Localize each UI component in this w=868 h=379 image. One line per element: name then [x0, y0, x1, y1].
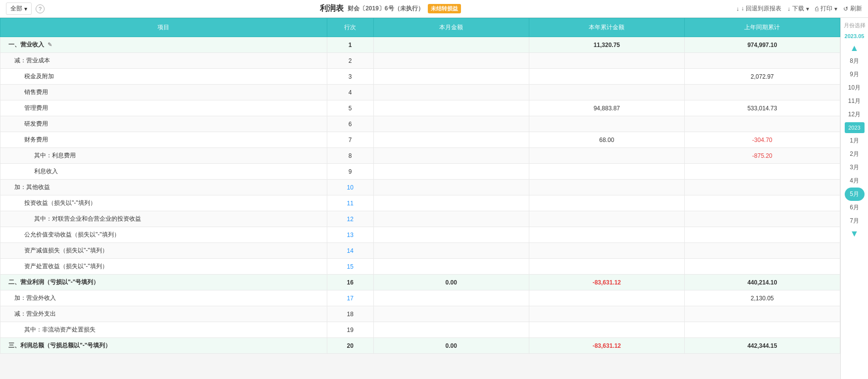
table-row: 公允价值变动收益（损失以"-"填列）13 — [0, 227, 840, 243]
row-number: 7 — [327, 132, 373, 148]
row-number: 8 — [327, 148, 373, 164]
row-number: 13 — [327, 227, 373, 243]
month-item[interactable]: 10月 — [845, 81, 865, 95]
row-label: 二、营业利润（亏损以"-"号填列） — [0, 275, 327, 290]
row-label: 加：其他收益 — [0, 180, 327, 195]
year-marker[interactable]: 2023 — [845, 122, 865, 133]
scope-dropdown[interactable]: 全部 ▾ — [6, 2, 32, 15]
cell-current-month — [373, 211, 529, 227]
row-number: 4 — [327, 85, 373, 100]
row-label: 公允价值变动收益（损失以"-"填列） — [0, 227, 327, 243]
cell-prev-year — [684, 243, 840, 259]
cell-current-month — [373, 259, 529, 275]
cell-current-month — [373, 100, 529, 116]
month-item[interactable]: 9月 — [845, 68, 865, 81]
row-number: 14 — [327, 243, 373, 259]
cell-current-month — [373, 227, 529, 243]
cell-current-month — [373, 180, 529, 195]
cell-ytd — [529, 116, 684, 132]
row-number: 20 — [327, 338, 373, 354]
refresh-button[interactable]: ↺ 刷新 — [843, 4, 862, 13]
sidebar-label: 月份选择 — [843, 20, 867, 31]
help-icon[interactable]: ? — [36, 4, 45, 13]
cell-prev-year: 2,072.97 — [684, 69, 840, 85]
doc-info: 财会〔2019〕6号（未执行） — [348, 4, 423, 13]
table-row: 一、营业收入 ✎111,320.75974,997.10 — [0, 37, 840, 53]
main-container: 项目 行次 本月金额 本年累计金额 上年同期累计 一、营业收入 ✎111,320… — [0, 18, 868, 379]
month-item[interactable]: 3月 — [845, 161, 865, 174]
table-row: 税金及附加32,072.97 — [0, 69, 840, 85]
back-button[interactable]: ↓ ↓ 回退到原报表 — [736, 4, 781, 13]
cell-ytd — [529, 322, 684, 338]
table-row: 其中：利息费用8-875.20 — [0, 148, 840, 164]
cell-ytd: -83,631.12 — [529, 338, 684, 354]
print-button[interactable]: ⎙ 打印 ▾ — [815, 4, 837, 13]
row-label: 减：营业外支出 — [0, 306, 327, 322]
cell-ytd — [529, 290, 684, 306]
table-header-row: 项目 行次 本月金额 本年累计金额 上年同期累计 — [0, 18, 840, 37]
cell-current-month: 0.00 — [373, 338, 529, 354]
row-number: 5 — [327, 100, 373, 116]
download-button[interactable]: ↓ 下载 ▾ — [787, 4, 809, 13]
cell-prev-year — [684, 259, 840, 275]
month-down-arrow[interactable]: ▼ — [849, 228, 860, 240]
top-bar-left: 全部 ▾ ? — [6, 2, 45, 15]
row-label: 利息收入 — [0, 164, 327, 180]
cell-current-month — [373, 53, 529, 69]
cell-ytd — [529, 53, 684, 69]
month-item[interactable]: 4月 — [845, 174, 865, 188]
table-row: 财务费用768.00-304.70 — [0, 132, 840, 148]
table-row: 投资收益（损失以"-"填列）11 — [0, 195, 840, 211]
cell-ytd: 68.00 — [529, 132, 684, 148]
month-item-active[interactable]: 5月 — [845, 188, 865, 201]
refresh-icon: ↺ — [843, 5, 848, 12]
row-label: 财务费用 — [0, 132, 327, 148]
cell-prev-year: -875.20 — [684, 148, 840, 164]
cell-current-month — [373, 132, 529, 148]
cell-ytd — [529, 259, 684, 275]
table-row: 利息收入9 — [0, 164, 840, 180]
col-header-prev-year: 上年同期累计 — [684, 18, 840, 37]
cell-current-month — [373, 164, 529, 180]
col-header-current-month: 本月金额 — [373, 18, 529, 37]
download-icon: ↓ — [787, 5, 790, 12]
cell-prev-year: 442,344.15 — [684, 338, 840, 354]
month-item[interactable]: 7月 — [845, 214, 865, 228]
row-number: 3 — [327, 69, 373, 85]
cell-prev-year: -304.70 — [684, 132, 840, 148]
cell-ytd — [529, 195, 684, 211]
cell-current-month — [373, 322, 529, 338]
cell-prev-year — [684, 85, 840, 100]
table-row: 二、营业利润（亏损以"-"号填列）160.00-83,631.12440,214… — [0, 275, 840, 290]
cell-prev-year — [684, 227, 840, 243]
edit-icon[interactable]: ✎ — [46, 42, 52, 47]
print-icon: ⎙ — [815, 5, 818, 12]
row-label: 其中：利息费用 — [0, 148, 327, 164]
cell-ytd — [529, 211, 684, 227]
page-title-area: 利润表 财会〔2019〕6号（未执行） 未结转损益 — [320, 3, 460, 14]
cell-ytd — [529, 227, 684, 243]
month-item[interactable]: 6月 — [845, 201, 865, 214]
cell-ytd: -83,631.12 — [529, 275, 684, 290]
row-number: 17 — [327, 290, 373, 306]
month-item[interactable]: 1月 — [845, 134, 865, 147]
cell-current-month — [373, 148, 529, 164]
page-title: 利润表 — [320, 3, 344, 14]
row-label: 研发费用 — [0, 116, 327, 132]
month-up-arrow[interactable]: ▲ — [849, 42, 860, 54]
row-label: 管理费用 — [0, 100, 327, 116]
cell-prev-year: 440,214.10 — [684, 275, 840, 290]
back-icon: ↓ — [736, 5, 739, 12]
table-row: 其中：非流动资产处置损失19 — [0, 322, 840, 338]
month-item[interactable]: 12月 — [845, 108, 865, 121]
month-item[interactable]: 2月 — [845, 147, 865, 161]
cell-ytd — [529, 180, 684, 195]
cell-current-month — [373, 290, 529, 306]
month-item[interactable]: 11月 — [845, 95, 865, 108]
table-row: 三、利润总额（亏损总额以"-"号填列）200.00-83,631.12442,3… — [0, 338, 840, 354]
chevron-down-icon: ▾ — [806, 5, 809, 12]
month-item[interactable]: 8月 — [845, 54, 865, 68]
row-number: 6 — [327, 116, 373, 132]
col-header-rownum: 行次 — [327, 18, 373, 37]
row-number: 12 — [327, 211, 373, 227]
